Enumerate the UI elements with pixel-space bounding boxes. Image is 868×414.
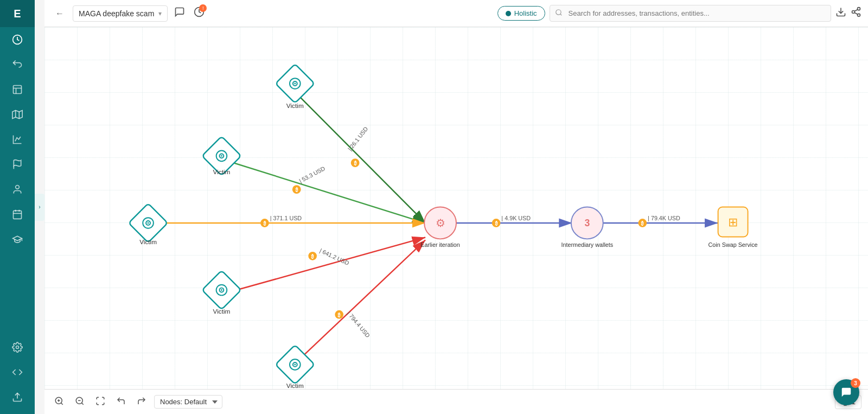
- svg-text:| 641.2 USD: | 641.2 USD: [318, 247, 350, 266]
- sidebar-item-transactions[interactable]: [0, 52, 35, 77]
- svg-text:Victim: Victim: [213, 168, 231, 175]
- svg-text:Victim: Victim: [286, 102, 304, 109]
- sidebar-item-overview[interactable]: [0, 27, 35, 52]
- sidebar-item-learning[interactable]: [0, 227, 35, 252]
- chat-badge: 3: [851, 378, 860, 388]
- download-button[interactable]: [835, 7, 846, 20]
- sidebar-item-calendar[interactable]: [0, 202, 35, 227]
- svg-text:Coin Swap Service: Coin Swap Service: [709, 241, 758, 248]
- svg-line-26: [237, 237, 425, 290]
- activity-badge: !: [199, 4, 207, 12]
- sidebar-collapse-button[interactable]: ›: [35, 194, 44, 221]
- sidebar-item-entities[interactable]: [0, 177, 35, 202]
- search-input[interactable]: [550, 5, 831, 22]
- holistic-button[interactable]: Holistic: [497, 6, 545, 21]
- svg-rect-4: [14, 211, 22, 219]
- sidebar-item-flags[interactable]: [0, 152, 35, 177]
- zoom-out-button[interactable]: [72, 394, 88, 410]
- svg-point-11: [556, 10, 560, 15]
- holistic-label: Holistic: [514, 9, 537, 17]
- sidebar: E: [0, 0, 35, 414]
- svg-text:| 79.4K USD: | 79.4K USD: [648, 215, 680, 221]
- svg-line-18: [854, 9, 858, 11]
- nodes-select[interactable]: Nodes: Default: [154, 395, 222, 409]
- sidebar-item-analytics[interactable]: [0, 127, 35, 152]
- case-dropdown-arrow: ▾: [158, 10, 162, 17]
- bottom-toolbar: Nodes: Default 1: [44, 389, 868, 414]
- sidebar-item-code[interactable]: [0, 360, 35, 385]
- sidebar-item-map[interactable]: [0, 102, 35, 127]
- svg-point-3: [16, 186, 20, 189]
- svg-line-23: [295, 92, 425, 223]
- svg-text:| 26.1 USD: | 26.1 USD: [347, 125, 369, 152]
- sidebar-item-export[interactable]: [0, 385, 35, 410]
- case-selector[interactable]: MAGA deepfake scam ▾: [73, 5, 168, 22]
- zoom-in-button[interactable]: [51, 394, 67, 410]
- back-button[interactable]: ←: [51, 7, 68, 21]
- svg-text:Victim: Victim: [286, 382, 304, 389]
- chat-bubble-button[interactable]: 3: [833, 379, 859, 405]
- svg-text:⊞: ⊞: [728, 215, 738, 229]
- svg-text:3: 3: [584, 218, 590, 228]
- svg-text:| 53.3 USD: | 53.3 USD: [298, 165, 326, 184]
- svg-text:Earlier iteration: Earlier iteration: [420, 241, 459, 248]
- holistic-dot: [506, 11, 511, 16]
- svg-point-74: [294, 364, 296, 365]
- graph-svg: ₿ | 26.1 USD ₿ | 53.3 USD ₿ | 371.1 USD …: [44, 27, 868, 389]
- sidebar-item-settings[interactable]: [0, 335, 35, 360]
- search-icon: [555, 9, 563, 18]
- redo-button[interactable]: [133, 394, 150, 410]
- topbar-icons: !: [172, 4, 207, 22]
- undo-button[interactable]: [113, 394, 129, 410]
- case-name: MAGA deepfake scam: [79, 9, 154, 18]
- svg-point-15: [852, 11, 855, 14]
- svg-text:| 794.4 USD: | 794.4 USD: [346, 310, 372, 339]
- svg-text:Victim: Victim: [139, 238, 157, 245]
- sidebar-logo: E: [0, 0, 35, 27]
- svg-line-17: [854, 12, 858, 14]
- sidebar-item-reports[interactable]: [0, 77, 35, 102]
- svg-line-12: [560, 14, 561, 16]
- search-container: [550, 5, 831, 22]
- svg-rect-1: [14, 86, 22, 94]
- svg-text:⚙: ⚙: [436, 217, 445, 229]
- svg-line-86: [61, 403, 62, 404]
- main-area: ← MAGA deepfake scam ▾ ! Holistic: [44, 0, 868, 414]
- svg-point-69: [221, 289, 222, 291]
- svg-text:Victim: Victim: [213, 308, 231, 315]
- svg-point-64: [148, 222, 149, 224]
- graph-canvas[interactable]: ₿ | 26.1 USD ₿ | 53.3 USD ₿ | 371.1 USD …: [44, 27, 868, 389]
- svg-point-54: [294, 83, 296, 85]
- svg-text:| 4.9K USD: | 4.9K USD: [501, 215, 531, 221]
- svg-point-14: [858, 8, 860, 10]
- svg-point-59: [221, 155, 222, 157]
- svg-point-8: [16, 346, 19, 349]
- fit-button[interactable]: [92, 394, 108, 410]
- chat-button[interactable]: [172, 4, 187, 22]
- svg-line-90: [81, 403, 83, 404]
- activity-button[interactable]: !: [192, 4, 207, 22]
- svg-point-16: [858, 14, 860, 16]
- svg-text:| 371.1 USD: | 371.1 USD: [270, 215, 302, 221]
- share-button[interactable]: [851, 7, 861, 20]
- svg-text:Intermediary wallets: Intermediary wallets: [561, 241, 613, 248]
- topbar: ← MAGA deepfake scam ▾ ! Holistic: [44, 0, 868, 27]
